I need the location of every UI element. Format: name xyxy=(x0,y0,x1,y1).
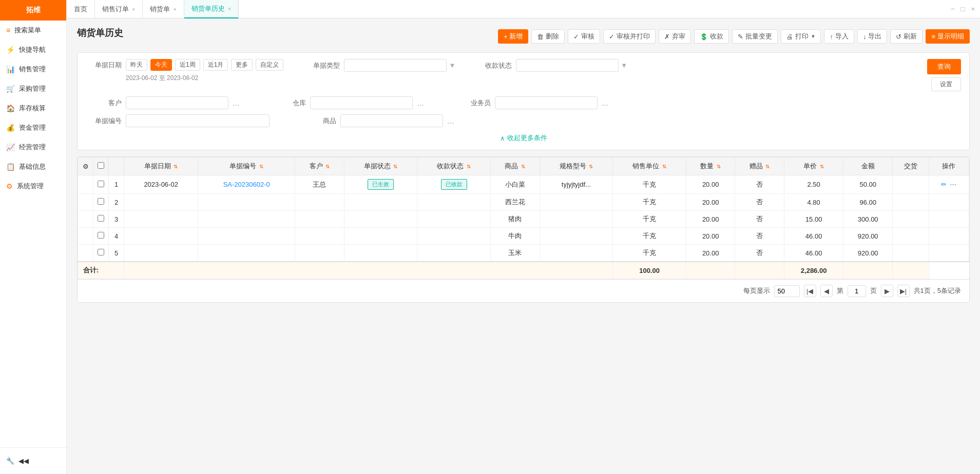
sidebar-item-search-menu[interactable]: ≡ 搜索菜单 xyxy=(0,21,66,40)
sidebar-item-inventory-calc[interactable]: 🏠 库存核算 xyxy=(0,98,66,118)
sidebar-item-ops-mgmt[interactable]: 📈 经营管理 xyxy=(0,137,66,157)
next-page-btn[interactable]: ▶ xyxy=(881,285,893,297)
cell-settings xyxy=(78,194,93,211)
close-sales-order-tab[interactable]: × xyxy=(132,6,135,12)
more-btn[interactable]: 更多 xyxy=(231,59,253,71)
sidebar-item-purchase-mgmt[interactable]: 🛒 采购管理 xyxy=(0,79,66,98)
row-checkbox-0[interactable] xyxy=(98,181,104,187)
col-gift[interactable]: 赠品 ⇅ xyxy=(735,157,784,175)
custom-btn[interactable]: 自定义 xyxy=(256,59,283,71)
more-action-icon[interactable]: ⋯ xyxy=(950,181,956,188)
goods-input[interactable] xyxy=(340,114,443,127)
cell-gift: 否 xyxy=(735,228,784,245)
col-sales-unit[interactable]: 销售单位 ⇅ xyxy=(613,157,686,175)
col-unit-price[interactable]: 单价 ⇅ xyxy=(784,157,843,175)
sort-sales-unit-icon: ⇅ xyxy=(662,164,666,169)
close-history-tab[interactable]: × xyxy=(228,6,231,12)
collect-button[interactable]: 💲 收款 xyxy=(694,29,729,44)
query-button[interactable]: 查询 xyxy=(927,59,961,74)
discard-button[interactable]: ✗ 弃审 xyxy=(659,29,691,44)
last-page-btn[interactable]: ▶| xyxy=(897,285,910,297)
1month-btn[interactable]: 近1月 xyxy=(203,59,228,71)
col-quantity[interactable]: 数量 ⇅ xyxy=(686,157,735,175)
sort-doc-date-icon: ⇅ xyxy=(174,164,178,169)
maximize-btn[interactable]: □ xyxy=(961,5,965,13)
collect-status-input[interactable] xyxy=(516,59,619,72)
sidebar-item-label: 基础信息 xyxy=(19,162,46,171)
cell-doc-status xyxy=(344,194,417,211)
page-input[interactable] xyxy=(848,285,866,297)
doc-no-link[interactable]: SA-20230602-0 xyxy=(223,181,270,188)
today-btn[interactable]: 今天 xyxy=(150,59,172,71)
close-sales-goods-tab[interactable]: × xyxy=(173,6,176,12)
customer-dots[interactable]: ... xyxy=(233,98,239,108)
col-settings[interactable]: ⚙ xyxy=(78,157,93,175)
cell-doc-date: 2023-06-02 xyxy=(124,175,198,194)
staff-dots[interactable]: ... xyxy=(602,98,608,108)
tab-sales-goods[interactable]: 销货单 × xyxy=(143,0,184,18)
sidebar-item-sales-mgmt[interactable]: 📊 销售管理 xyxy=(0,60,66,79)
sort-spec-icon: ⇅ xyxy=(589,164,593,169)
doc-no-label: 单据编号 xyxy=(86,116,122,126)
cell-gift: 否 xyxy=(735,175,784,194)
sidebar-settings-btn[interactable]: 🔧 ◀◀ xyxy=(0,452,66,470)
select-all-checkbox[interactable] xyxy=(98,162,104,169)
sidebar-item-quick-nav[interactable]: ⚡ 快捷导航 xyxy=(0,40,66,60)
doc-type-input[interactable] xyxy=(344,59,447,72)
row-checkbox-2[interactable] xyxy=(98,215,104,222)
col-doc-no[interactable]: 单据编号 ⇅ xyxy=(198,157,295,175)
sidebar-item-label: 经营管理 xyxy=(19,143,46,152)
col-collect-status[interactable]: 收款状态 ⇅ xyxy=(417,157,491,175)
col-doc-status[interactable]: 单据状态 ⇅ xyxy=(344,157,417,175)
sidebar-item-basic-info[interactable]: 📋 基础信息 xyxy=(0,157,66,176)
close-btn[interactable]: × xyxy=(971,5,975,13)
edit-action-icon[interactable]: ✏ xyxy=(941,181,947,188)
customer-input[interactable] xyxy=(126,96,228,109)
delete-button[interactable]: 🗑 删除 xyxy=(531,29,565,44)
warehouse-input[interactable] xyxy=(310,96,413,109)
cell-quantity: 20.00 xyxy=(686,228,735,245)
batch-change-button[interactable]: ✎ 批量变更 xyxy=(732,29,778,44)
set-button[interactable]: 设置 xyxy=(931,77,961,91)
per-page-label: 每页显示 xyxy=(743,286,770,295)
per-page-select[interactable]: 50 10 20 100 xyxy=(774,285,800,297)
doc-type-dropdown-icon[interactable]: ▼ xyxy=(449,62,455,69)
print-button[interactable]: 🖨 打印 ▼ xyxy=(781,29,821,44)
audit-button[interactable]: ✓ 审核 xyxy=(568,29,600,44)
cell-checkbox xyxy=(93,228,109,245)
ops-icon: 📈 xyxy=(6,143,15,151)
row-checkbox-1[interactable] xyxy=(98,198,104,205)
table-row: 5玉米千克20.00否46.00920.00 xyxy=(78,245,969,262)
cell-operation xyxy=(929,228,969,245)
sidebar-item-sys-mgmt[interactable]: ⚙ 系统管理 xyxy=(0,176,66,196)
staff-input[interactable] xyxy=(495,96,598,109)
prev-page-btn[interactable]: ◀ xyxy=(820,285,833,297)
col-spec[interactable]: 规格型号 ⇅ xyxy=(540,157,613,175)
col-doc-date[interactable]: 单据日期 ⇅ xyxy=(124,157,198,175)
row-checkbox-4[interactable] xyxy=(98,249,104,255)
sidebar-item-label: 库存核算 xyxy=(19,104,46,113)
col-customer[interactable]: 客户 ⇅ xyxy=(295,157,344,175)
goods-dots[interactable]: ... xyxy=(447,116,454,126)
col-goods[interactable]: 商品 ⇅ xyxy=(491,157,540,175)
tab-sales-order[interactable]: 销售订单 × xyxy=(95,0,143,18)
collect-status-dropdown-icon[interactable]: ▼ xyxy=(621,62,627,69)
tab-home[interactable]: 首页 xyxy=(67,0,95,18)
warehouse-dots[interactable]: ... xyxy=(417,98,424,108)
7days-btn[interactable]: 近1周 xyxy=(175,59,200,71)
first-page-btn[interactable]: |◀ xyxy=(804,285,816,297)
export-button[interactable]: ↓ 导出 xyxy=(857,29,888,44)
import-button[interactable]: ↑ 导入 xyxy=(824,29,854,44)
minimize-btn[interactable]: − xyxy=(951,5,955,13)
new-button[interactable]: + 新增 xyxy=(498,29,529,44)
row-checkbox-3[interactable] xyxy=(98,232,104,239)
yesterday-btn[interactable]: 昨天 xyxy=(126,59,147,71)
cell-operation: ✏⋯ xyxy=(929,175,969,194)
refresh-button[interactable]: ↺ 刷新 xyxy=(890,29,923,44)
sidebar-item-finance-mgmt[interactable]: 💰 资金管理 xyxy=(0,118,66,137)
collapse-button[interactable]: ∧ 收起更多条件 xyxy=(500,133,547,143)
tab-sales-goods-history[interactable]: 销货单历史 × xyxy=(184,0,239,18)
audit-print-button[interactable]: ✓ 审核并打印 xyxy=(603,29,656,44)
show-detail-button[interactable]: ≡ 显示明细 xyxy=(926,29,970,44)
doc-no-input[interactable] xyxy=(126,114,270,127)
